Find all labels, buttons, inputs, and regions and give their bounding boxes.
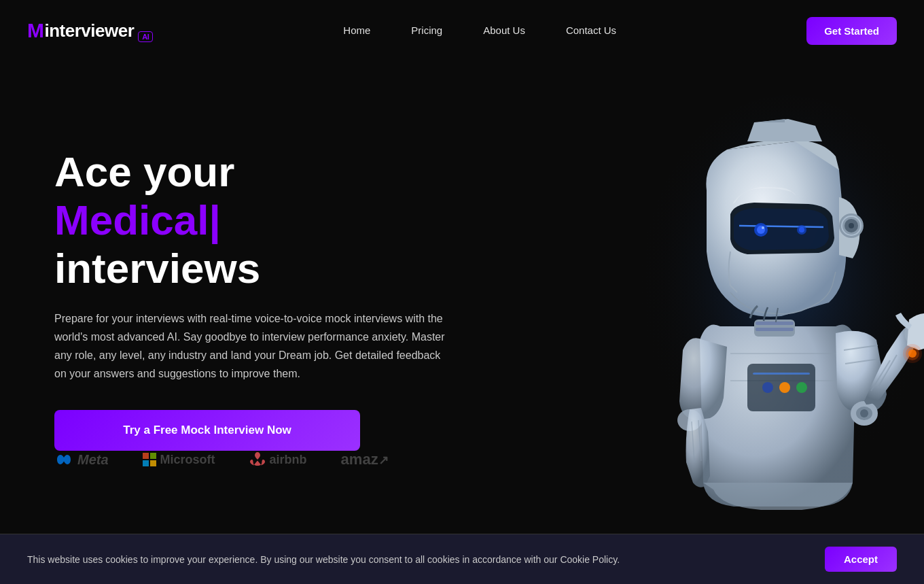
get-started-button[interactable]: Get Started [806,17,897,45]
nav-about[interactable]: About Us [483,24,525,36]
meta-icon [54,450,73,469]
amazon-label: amaz↗ [341,451,389,468]
brand-microsoft: Microsoft [143,453,215,467]
nav-contact[interactable]: Contact Us [566,24,616,36]
nav-links: Home Pricing About Us Contact Us [343,24,616,37]
hero-robot-image [584,61,924,510]
logo-m: M [27,19,44,42]
svg-point-3 [779,382,790,393]
logo[interactable]: MinterviewerAI [27,19,153,42]
navbar: MinterviewerAI Home Pricing About Us Con… [0,0,924,61]
svg-point-24 [903,344,922,363]
nav-home[interactable]: Home [343,24,370,36]
brand-airbnb: airbnb [249,450,307,469]
nav-pricing[interactable]: Pricing [411,24,442,36]
svg-point-16 [849,223,854,228]
brand-amazon: amaz↗ [341,451,389,468]
svg-rect-7 [756,322,794,325]
hero-headline-line1: Ace your [54,148,234,195]
hero-headline-line2: interviews [54,245,260,292]
hero-text-block: Ace your Medical| interviews Prepare for… [54,148,448,451]
microsoft-label: Microsoft [160,453,215,467]
logo-ai-badge: AI [138,31,153,42]
robot-svg [584,61,924,510]
airbnb-label: airbnb [270,453,307,467]
svg-point-13 [799,227,804,233]
svg-point-11 [762,226,764,229]
accept-cookies-button[interactable]: Accept [825,547,897,572]
meta-label: Meta [77,452,109,468]
hero-headline-accent: Medical| [54,196,221,243]
logo-text: interviewer [45,20,135,41]
svg-point-4 [796,382,807,393]
hero-description: Prepare for your interviews with real-ti… [54,309,448,383]
svg-rect-5 [753,373,810,375]
hero-headline: Ace your Medical| interviews [54,148,448,293]
svg-point-2 [762,382,773,393]
cookie-banner: This website uses cookies to improve you… [0,534,924,584]
microsoft-icon [143,453,156,466]
cta-button[interactable]: Try a Free Mock Interview Now [54,410,360,451]
brand-meta: Meta [54,450,109,469]
cookie-text: This website uses cookies to improve you… [27,554,811,565]
hero-section: Ace your Medical| interviews Prepare for… [0,61,924,510]
airbnb-icon [249,450,266,469]
svg-rect-8 [756,328,794,331]
brands-bar: Meta Microsoft airbnb amaz↗ [54,450,389,469]
svg-point-20 [860,409,868,417]
